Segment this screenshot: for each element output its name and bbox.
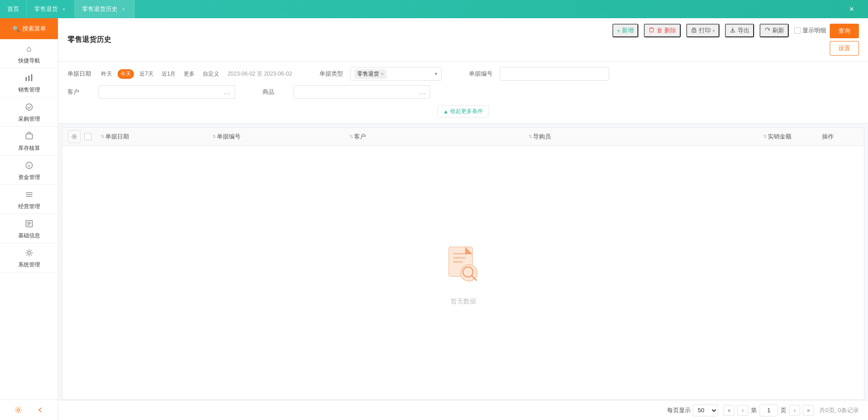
refresh-button[interactable]: 刷新 xyxy=(760,24,789,37)
top-bar-right: × xyxy=(835,2,868,16)
content-area: 零售退货历史 + 新增 🗑 删除 xyxy=(58,18,868,420)
tab-retail-return-history-close[interactable]: × xyxy=(120,6,127,12)
collapse-section: ▲ 收起更多条件 xyxy=(67,103,859,118)
next-page-button[interactable]: › xyxy=(789,405,800,416)
col-guide-label: 导购员 xyxy=(533,133,551,141)
quick-nav-icon: ⌂ xyxy=(23,42,36,55)
sidebar-settings-icon[interactable] xyxy=(12,404,25,416)
show-detail-label: 显示明细 xyxy=(802,26,826,35)
goods-input[interactable] xyxy=(298,89,419,95)
voucher-type-tag-label: 零售退货 xyxy=(357,70,379,78)
voucher-type-tags: 零售退货 × xyxy=(354,69,386,79)
col-header-guide: ⇅ 导购员 xyxy=(523,133,702,141)
export-button[interactable]: 导出 xyxy=(725,24,754,37)
collapse-chevron-icon: ▲ xyxy=(443,108,449,115)
sidebar-item-purchase[interactable]: 采购管理 xyxy=(0,97,58,127)
new-icon: + xyxy=(617,27,621,34)
query-button[interactable]: 查询 xyxy=(830,24,859,38)
last-page-button[interactable]: » xyxy=(803,405,814,416)
svg-point-8 xyxy=(28,251,31,254)
page-number-input[interactable] xyxy=(760,405,778,416)
tab-retail-return-history[interactable]: 零售退货历史 × xyxy=(75,0,134,18)
date-option-1month[interactable]: 近1月 xyxy=(159,69,179,79)
sales-icon xyxy=(23,72,36,84)
sidebar-item-quick-nav[interactable]: ⌂ 快捷导航 xyxy=(0,39,58,68)
system-icon xyxy=(23,246,36,259)
tab-list: 首页 零售退货 × 零售退货历史 × xyxy=(0,0,835,18)
sidebar-bottom xyxy=(0,399,58,420)
print-icon xyxy=(691,27,697,35)
date-option-yesterday[interactable]: 昨天 xyxy=(98,69,115,79)
col-actions-label: 操作 xyxy=(822,133,834,140)
voucher-no-input[interactable] xyxy=(504,71,605,77)
col-header-customer: ⇅ 客户 xyxy=(344,133,523,141)
sidebar-item-sales[interactable]: 销售管理 xyxy=(0,68,58,97)
set-button[interactable]: 设置 xyxy=(830,41,859,56)
date-option-today[interactable]: 今天 xyxy=(118,69,134,79)
tab-retail-return-close[interactable]: × xyxy=(61,6,67,12)
voucher-no-input-wrapper xyxy=(500,67,609,81)
purchase-icon xyxy=(23,101,36,113)
col-customer-sort-icon: ⇅ xyxy=(349,134,353,139)
customer-label: 客户 xyxy=(67,88,95,96)
tab-home[interactable]: 首页 xyxy=(0,0,27,18)
svg-point-9 xyxy=(17,409,19,411)
sidebar-search[interactable]: 🔍 搜索菜单 xyxy=(0,18,58,39)
sidebar-search-label: 搜索菜单 xyxy=(22,25,46,33)
date-range-text: 2023-06-02 至 2023-06-02 xyxy=(227,70,292,78)
sidebar-item-operations[interactable]: 经营管理 xyxy=(0,185,58,214)
date-option-7days[interactable]: 近7天 xyxy=(137,69,156,79)
col-header-voucher-no: ⇅ 单据编号 xyxy=(207,133,344,141)
table-container: ⇅ 单据日期 ⇅ 单据编号 ⇅ 客户 ⇅ 导购员 xyxy=(62,127,864,400)
tab-retail-return[interactable]: 零售退货 × xyxy=(27,0,75,18)
empty-illustration xyxy=(441,240,486,290)
select-all-checkbox[interactable] xyxy=(84,133,92,140)
col-amount-sort-icon: ⇅ xyxy=(763,134,767,139)
next-page-icon: › xyxy=(794,407,796,414)
col-customer-label: 客户 xyxy=(354,133,366,141)
print-label: 打印 xyxy=(699,26,711,35)
inventory-icon xyxy=(23,130,36,143)
goods-ellipsis-icon[interactable]: … xyxy=(419,88,426,96)
page-size-dropdown[interactable]: 20 50 100 200 xyxy=(693,405,718,416)
prev-page-icon: ‹ xyxy=(742,407,744,414)
show-detail-container: 显示明细 xyxy=(794,26,826,35)
sidebar-item-inventory[interactable]: 库存核算 xyxy=(0,127,58,156)
query-set-group: 查询 设置 xyxy=(830,24,859,56)
customer-ellipsis-icon[interactable]: … xyxy=(224,88,231,96)
voucher-no-group: 单据编号 xyxy=(469,67,609,81)
new-button[interactable]: + 新增 xyxy=(612,24,639,37)
col-header-amount: ⇅ 实销金额 xyxy=(702,133,797,141)
col-date-sort-icon: ⇅ xyxy=(101,134,104,139)
print-chevron-icon: ▾ xyxy=(713,28,715,33)
collapse-more-button[interactable]: ▲ 收起更多条件 xyxy=(437,105,489,118)
prev-page-button[interactable]: ‹ xyxy=(737,405,748,416)
voucher-type-select[interactable]: 零售退货 × ▾ xyxy=(350,67,442,81)
filter-row-2: 客户 … 商品 … xyxy=(67,85,859,99)
show-detail-checkbox[interactable] xyxy=(794,27,801,34)
last-page-icon: » xyxy=(807,407,810,414)
window-close-button[interactable]: × xyxy=(844,2,859,16)
sidebar-item-basic-info[interactable]: 基础信息 xyxy=(0,214,58,243)
voucher-type-tag-close[interactable]: × xyxy=(381,71,384,77)
delete-button[interactable]: 🗑 删除 xyxy=(644,24,681,37)
sidebar-item-inventory-label: 库存核算 xyxy=(18,144,40,152)
customer-input[interactable] xyxy=(103,89,224,95)
sidebar: 🔍 搜索菜单 ⌂ 快捷导航 销售管理 采购管理 库存核算 xyxy=(0,18,58,420)
print-button[interactable]: 打印 ▾ xyxy=(686,24,719,37)
filter-row-1: 单据日期 昨天 今天 近7天 近1月 更多 自定义 2023-06-02 至 2… xyxy=(67,67,859,81)
col-guide-sort-icon: ⇅ xyxy=(529,134,532,139)
date-option-custom[interactable]: 自定义 xyxy=(200,69,222,79)
sidebar-item-system[interactable]: 系统管理 xyxy=(0,243,58,272)
col-header-date: ⇅ 单据日期 xyxy=(95,133,207,141)
refresh-label: 刷新 xyxy=(772,26,784,35)
date-option-more[interactable]: 更多 xyxy=(181,69,197,79)
voucher-type-group: 单据类型 零售退货 × ▾ xyxy=(319,67,442,81)
sidebar-collapse-icon[interactable] xyxy=(34,404,46,416)
header-actions: + 新增 🗑 删除 打印 ▾ xyxy=(612,24,826,37)
first-page-button[interactable]: « xyxy=(724,405,734,416)
voucher-type-label: 单据类型 xyxy=(319,70,347,78)
sidebar-item-finance[interactable]: ¥ 资金管理 xyxy=(0,156,58,185)
table-settings-button[interactable] xyxy=(68,130,81,143)
page-header: 零售退货历史 + 新增 🗑 删除 xyxy=(58,18,868,61)
